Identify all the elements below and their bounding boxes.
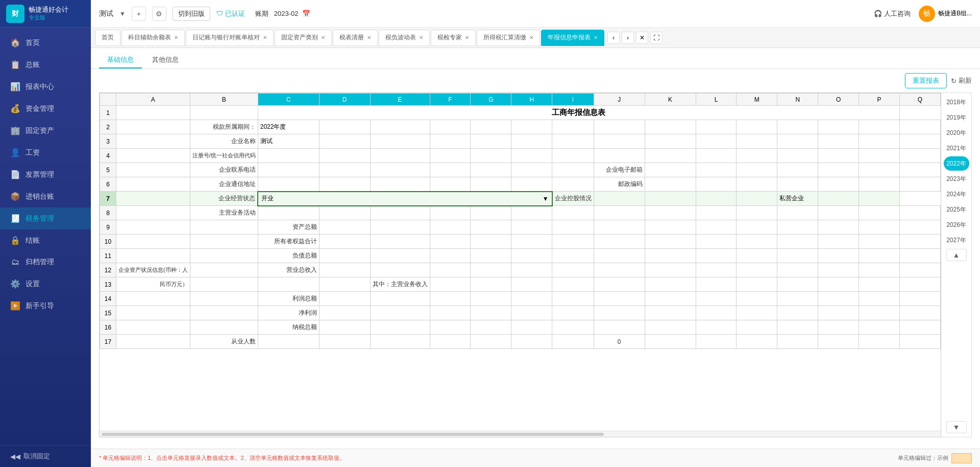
cell-9-C[interactable]: 资产总额 bbox=[258, 220, 319, 235]
cell-11-H[interactable] bbox=[511, 249, 552, 263]
cell-14-G[interactable] bbox=[471, 292, 511, 306]
cell-13-D[interactable] bbox=[319, 277, 370, 292]
cell-13-F[interactable] bbox=[430, 277, 471, 292]
cell-4-H[interactable] bbox=[511, 149, 552, 163]
cell-14-H[interactable] bbox=[511, 292, 552, 306]
cell-2-I[interactable] bbox=[552, 120, 594, 134]
cell-16-P[interactable] bbox=[859, 320, 900, 335]
cell-13-L[interactable] bbox=[696, 277, 737, 292]
sidebar-item-ledger[interactable]: 📋总账 bbox=[0, 54, 91, 76]
cell-13-O[interactable] bbox=[818, 277, 859, 292]
cell-6-P[interactable] bbox=[859, 177, 900, 192]
col-header-E[interactable]: E bbox=[370, 94, 430, 106]
cell-17-F[interactable] bbox=[430, 335, 471, 349]
cell-10-F[interactable] bbox=[430, 235, 471, 249]
cell-12-Q[interactable] bbox=[900, 263, 941, 277]
cell-8-M[interactable] bbox=[737, 206, 777, 220]
cell-14-B[interactable] bbox=[190, 292, 258, 306]
cell-13-N[interactable] bbox=[777, 277, 818, 292]
col-header-I[interactable]: I bbox=[552, 94, 594, 106]
cell-9-B[interactable] bbox=[190, 220, 258, 235]
cell-11-J[interactable] bbox=[594, 249, 645, 263]
cell-6-D[interactable] bbox=[319, 177, 370, 192]
cell-14-I[interactable] bbox=[552, 292, 594, 306]
cell-2-G[interactable] bbox=[471, 120, 511, 134]
cell-7-L[interactable] bbox=[645, 192, 696, 206]
cell-15-J[interactable] bbox=[594, 306, 645, 320]
cell-13-I[interactable] bbox=[552, 277, 594, 292]
cell-10-P[interactable] bbox=[859, 235, 900, 249]
cell-17-C[interactable] bbox=[258, 335, 319, 349]
cell-9-O[interactable] bbox=[818, 220, 859, 235]
cell-11-Q[interactable] bbox=[900, 249, 941, 263]
cell-15-O[interactable] bbox=[818, 306, 859, 320]
cell-17-N[interactable] bbox=[777, 335, 818, 349]
tab-close-icon[interactable]: ✕ bbox=[263, 35, 267, 40]
col-header-B[interactable]: B bbox=[190, 94, 258, 106]
cell-16-G[interactable] bbox=[471, 320, 511, 335]
cell-11-G[interactable] bbox=[471, 249, 511, 263]
cell-12-D[interactable] bbox=[319, 263, 370, 277]
cell-4-F[interactable] bbox=[430, 149, 471, 163]
cell-10-Q[interactable] bbox=[900, 235, 941, 249]
cell-12-G[interactable] bbox=[471, 263, 511, 277]
cell-13-H[interactable] bbox=[511, 277, 552, 292]
cell-6-N[interactable] bbox=[777, 177, 818, 192]
cell-16-A[interactable] bbox=[116, 320, 190, 335]
cell-7-K[interactable] bbox=[594, 192, 645, 206]
cell-3-C[interactable]: 测试 bbox=[258, 134, 319, 149]
cell-6-L[interactable] bbox=[696, 177, 737, 192]
year-item-2018年[interactable]: 2018年 bbox=[944, 95, 969, 109]
cell-15-N[interactable] bbox=[777, 306, 818, 320]
cell-13-M[interactable] bbox=[737, 277, 777, 292]
cell-5-C[interactable] bbox=[258, 163, 319, 177]
sidebar-item-tax[interactable]: 🧾税务管理 bbox=[0, 207, 91, 229]
dropdown-operating-status[interactable]: 开业 ▼ bbox=[258, 194, 551, 203]
cell-9-E[interactable] bbox=[370, 220, 430, 235]
cell-5-A[interactable] bbox=[116, 163, 190, 177]
col-header-Q[interactable]: Q bbox=[900, 94, 941, 106]
cell-3-I[interactable] bbox=[552, 134, 594, 149]
cell-11-L[interactable] bbox=[696, 249, 737, 263]
cell-16-N[interactable] bbox=[777, 320, 818, 335]
cell-3-F[interactable] bbox=[430, 134, 471, 149]
col-header-A[interactable]: A bbox=[116, 94, 190, 106]
cell-8-O[interactable] bbox=[818, 206, 859, 220]
col-header-F[interactable]: F bbox=[430, 94, 471, 106]
tab-tax_check[interactable]: 税检专家✕ bbox=[431, 30, 476, 46]
cell-14-N[interactable] bbox=[777, 292, 818, 306]
cell-3-K[interactable] bbox=[645, 134, 696, 149]
cell-12-F[interactable] bbox=[430, 263, 471, 277]
cell-17-H[interactable] bbox=[511, 335, 552, 349]
cell-10-L[interactable] bbox=[696, 235, 737, 249]
inner-tab-other[interactable]: 其他信息 bbox=[144, 52, 187, 68]
cell-10-O[interactable] bbox=[818, 235, 859, 249]
year-item-2026年[interactable]: 2026年 bbox=[944, 218, 969, 232]
cell-12-O[interactable] bbox=[818, 263, 859, 277]
cell-9-Q[interactable] bbox=[900, 220, 941, 235]
col-header-K[interactable]: K bbox=[645, 94, 696, 106]
cell-14-E[interactable] bbox=[370, 292, 430, 306]
sidebar-item-archive[interactable]: 🗂归档管理 bbox=[0, 251, 91, 273]
cell-3-A[interactable] bbox=[116, 134, 190, 149]
cell-12-M[interactable] bbox=[737, 263, 777, 277]
cell-16-H[interactable] bbox=[511, 320, 552, 335]
cell-16-B[interactable] bbox=[190, 320, 258, 335]
cell-11-A[interactable] bbox=[116, 249, 190, 263]
cell-11-I[interactable] bbox=[552, 249, 594, 263]
cell-9-G[interactable] bbox=[471, 220, 511, 235]
cell-6-J[interactable]: 邮政编码 bbox=[594, 177, 645, 192]
cell-9-J[interactable] bbox=[594, 220, 645, 235]
cell-4-D[interactable] bbox=[319, 149, 370, 163]
tab-tax_return[interactable]: 税表清册✕ bbox=[333, 30, 378, 46]
year-item-2024年[interactable]: 2024年 bbox=[944, 187, 969, 201]
col-header-H[interactable]: H bbox=[511, 94, 552, 106]
cell-4-I[interactable] bbox=[552, 149, 594, 163]
cell-5-F[interactable] bbox=[430, 163, 471, 177]
cell-15-M[interactable] bbox=[737, 306, 777, 320]
tab-close-all-button[interactable]: ✕ bbox=[636, 32, 648, 44]
cell-6-K[interactable] bbox=[645, 177, 696, 192]
cell-12-J[interactable] bbox=[594, 263, 645, 277]
cell-3-J[interactable] bbox=[594, 134, 645, 149]
cell-10-M[interactable] bbox=[737, 235, 777, 249]
